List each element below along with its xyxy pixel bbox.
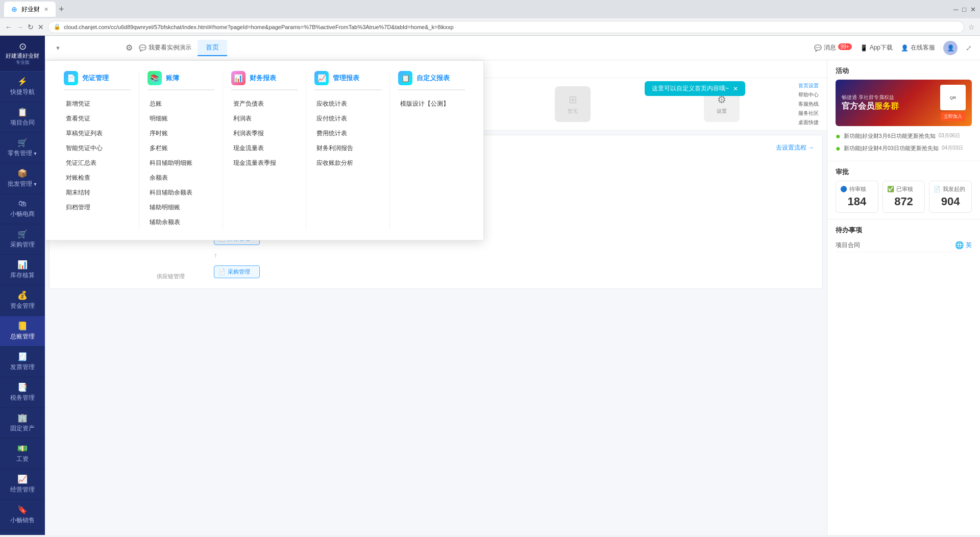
sidebar-item-sales[interactable]: 🔖 小畅销售 bbox=[0, 500, 45, 530]
minimize-btn[interactable]: ─ bbox=[953, 6, 958, 13]
pending-item-project[interactable]: 项目合同 🌐 英 bbox=[836, 239, 972, 252]
approval-title: 审批 bbox=[836, 167, 972, 177]
sidebar-item-retail[interactable]: 🛒 零售管理▼ bbox=[0, 133, 45, 163]
dropdown-item-balance[interactable]: 余额表 bbox=[148, 170, 214, 185]
maximize-btn[interactable]: □ bbox=[962, 6, 966, 13]
sidebar-logo: ⊙ 好建通好业财 专业版 bbox=[0, 36, 45, 71]
forward-button[interactable]: → bbox=[16, 23, 23, 31]
company-selector[interactable]: ▼ bbox=[53, 45, 119, 51]
active-tab[interactable]: ⊕ 好业财 ✕ bbox=[4, 2, 56, 17]
dropdown-item-receivable-analysis[interactable]: 应收账款分析 bbox=[314, 156, 381, 170]
sidebar-item-purchase[interactable]: 🛒 采购管理 bbox=[0, 224, 45, 255]
sidebar-item-general-ledger[interactable]: 📒 总账管理 bbox=[0, 316, 45, 347]
approval-done[interactable]: ✅ 已审核 872 bbox=[883, 181, 925, 213]
app-download-button[interactable]: 📱 App下载 bbox=[860, 43, 893, 52]
dropdown-item-receivable-stats[interactable]: 应收统计表 bbox=[314, 96, 381, 111]
dropdown-item-view-voucher[interactable]: 查看凭证 bbox=[64, 111, 131, 126]
side-link-community[interactable]: 服务社区 bbox=[798, 110, 819, 117]
dropdown-item-subject-detail[interactable]: 科目辅助明细账 bbox=[148, 156, 214, 170]
home-tab[interactable]: 首页 bbox=[198, 40, 227, 56]
expand-icon[interactable]: ⤢ bbox=[966, 44, 972, 52]
bookmark-icon[interactable]: ☆ bbox=[968, 23, 975, 31]
icon-item-4[interactable]: ⊞ 暂无 bbox=[500, 82, 645, 126]
user-avatar[interactable]: 👤 bbox=[943, 41, 958, 55]
sidebar-item-payroll[interactable]: 💵 工资 bbox=[0, 438, 45, 469]
message-button[interactable]: 💬 消息 99+ bbox=[814, 43, 852, 52]
flow-box-purchase[interactable]: 📄采购管理 bbox=[214, 265, 260, 278]
dropdown-item-profit[interactable]: 利润表 bbox=[231, 111, 298, 126]
sidebar-item-tax[interactable]: 📑 税务管理 bbox=[0, 377, 45, 408]
shortcut-icon: ⚡ bbox=[17, 77, 28, 86]
assets-label: 固定资产 bbox=[10, 424, 35, 433]
tab-close-icon[interactable]: ✕ bbox=[44, 6, 48, 13]
dropdown-item-smart-voucher[interactable]: 智能凭证中心 bbox=[64, 141, 131, 156]
side-link-help[interactable]: 帮助中心 bbox=[798, 91, 819, 99]
side-link-desktop[interactable]: 桌面快捷 bbox=[798, 119, 819, 126]
banner-cta-button[interactable]: 立即加入 bbox=[941, 112, 965, 121]
side-link-homepage[interactable]: 首页设置 bbox=[798, 82, 819, 89]
voucher-section-icon: 📄 bbox=[64, 71, 78, 85]
dropdown-item-balance-sheet[interactable]: 资产负债表 bbox=[231, 96, 298, 111]
dropdown-item-multi-ledger[interactable]: 多栏账 bbox=[148, 141, 214, 156]
dropdown-item-expense-stats[interactable]: 费用统计表 bbox=[314, 126, 381, 141]
dropdown-item-subject-balance[interactable]: 科目辅助余额表 bbox=[148, 185, 214, 200]
homepage-customize-tooltip: 这里可以自定义首页内容哦~ ✕ bbox=[645, 81, 745, 96]
dropdown-item-cashflow-quarterly[interactable]: 现金流量表季报 bbox=[231, 156, 298, 170]
setup-flow-link[interactable]: 去设置流程 → bbox=[776, 143, 814, 152]
dropdown-item-voucher-summary[interactable]: 凭证汇总表 bbox=[64, 156, 131, 170]
sidebar-item-inventory[interactable]: 📊 库存核算 bbox=[0, 255, 45, 285]
invoice-label: 发票管理 bbox=[10, 363, 35, 372]
purchase-icon: 🛒 bbox=[17, 229, 28, 239]
online-service-button[interactable]: 👤 在线客服 bbox=[901, 43, 935, 52]
approval-mine[interactable]: 📄 我发起的 904 bbox=[929, 181, 972, 213]
dropdown-item-time-ledger[interactable]: 序时账 bbox=[148, 126, 214, 141]
delete-button[interactable]: ✕ bbox=[38, 23, 44, 31]
settings-btn[interactable]: ⚙ bbox=[126, 43, 133, 53]
dropdown-item-detail-ledger[interactable]: 明细账 bbox=[148, 111, 214, 126]
dropdown-item-archive[interactable]: 归档管理 bbox=[64, 200, 131, 215]
dropdown-item-general-ledger[interactable]: 总账 bbox=[148, 96, 214, 111]
tooltip-close-icon[interactable]: ✕ bbox=[733, 85, 738, 92]
sidebar-item-operations[interactable]: 📈 经营管理 bbox=[0, 469, 45, 500]
dropdown-item-reconcile[interactable]: 对账检查 bbox=[64, 170, 131, 185]
sidebar-item-fixed-assets[interactable]: 🏢 固定资产 bbox=[0, 408, 45, 438]
supply-chain-label: 供应链管理 bbox=[157, 273, 185, 280]
tax-label: 税务管理 bbox=[10, 394, 35, 402]
sidebar-item-wholesale[interactable]: 📦 批发管理▼ bbox=[0, 163, 45, 194]
banner-left: 畅捷通 享社群专属权益 官方会员服务群 bbox=[842, 94, 899, 112]
approval-pending[interactable]: 🔵 待审核 184 bbox=[836, 181, 878, 213]
dropdown-item-aux-detail[interactable]: 辅助明细账 bbox=[148, 200, 214, 215]
sidebar-item-basic[interactable]: ℹ 基础信息 bbox=[0, 530, 45, 535]
demo-button[interactable]: 💬 我要看实例演示 bbox=[139, 43, 191, 52]
sidebar-item-shortcut[interactable]: ⚡ 快捷导航 bbox=[0, 71, 45, 102]
sidebar-item-small-mall[interactable]: 🛍 小畅电商 bbox=[0, 194, 45, 224]
dropdown-item-profit-quarterly[interactable]: 利润表季报 bbox=[231, 126, 298, 141]
dropdown-item-profit-report[interactable]: 财务利润报告 bbox=[314, 141, 381, 156]
address-bar[interactable]: 🔒 cloud.chanjet.com/cc/u6d89qwnryel/57bf… bbox=[48, 21, 964, 33]
dropdown-item-period-close[interactable]: 期末结转 bbox=[64, 185, 131, 200]
shortcut-label: 快捷导航 bbox=[10, 88, 35, 96]
sidebar-item-invoice[interactable]: 🧾 发票管理 bbox=[0, 347, 45, 377]
assets-icon: 🏢 bbox=[17, 413, 28, 423]
retail-label: 零售管理▼ bbox=[8, 149, 38, 158]
side-links: 首页设置 帮助中心 客服热线 服务社区 桌面快捷 bbox=[798, 82, 819, 126]
dropdown-item-draft-voucher[interactable]: 草稿凭证列表 bbox=[64, 126, 131, 141]
dropdown-item-payable-stats[interactable]: 应付统计表 bbox=[314, 111, 381, 126]
sidebar-item-finance[interactable]: 💰 资金管理 bbox=[0, 285, 45, 316]
invoice-icon: 🧾 bbox=[17, 352, 28, 361]
dropdown-item-cashflow[interactable]: 现金流量表 bbox=[231, 141, 298, 156]
new-tab-button[interactable]: + bbox=[59, 4, 64, 15]
close-btn[interactable]: ✕ bbox=[970, 6, 976, 13]
sidebar-item-project-contract[interactable]: 📋 项目合同 bbox=[0, 102, 45, 133]
side-link-service[interactable]: 客服热线 bbox=[798, 101, 819, 108]
right-panel: 活动 畅捷通 享社群专属权益 官方会员服务群 QR 立即加入 bbox=[827, 60, 980, 535]
back-button[interactable]: ← bbox=[5, 23, 12, 31]
news-date-2: 04月03日 bbox=[942, 144, 963, 152]
dropdown-item-add-voucher[interactable]: 新增凭证 bbox=[64, 96, 131, 111]
lang-switch[interactable]: 英 bbox=[966, 241, 972, 250]
dropdown-item-template-design[interactable]: 模版设计【公测】 bbox=[398, 96, 465, 111]
reload-button[interactable]: ↻ bbox=[28, 23, 34, 31]
ledger-title: 账簿 bbox=[166, 74, 179, 83]
dropdown-item-aux-balance[interactable]: 辅助余额表 bbox=[148, 215, 214, 230]
tax-icon: 📑 bbox=[17, 382, 28, 392]
